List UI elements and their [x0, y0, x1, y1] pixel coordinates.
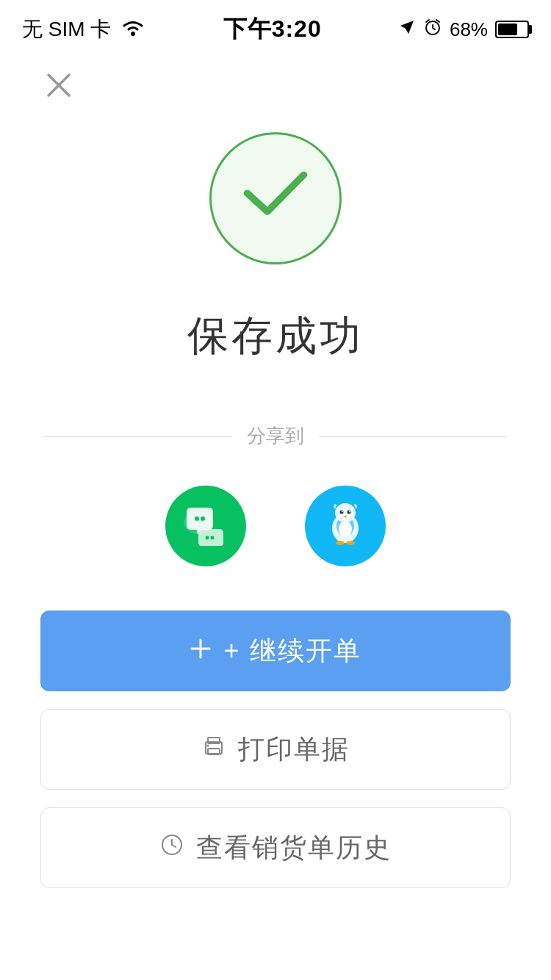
print-icon	[201, 734, 226, 765]
close-button[interactable]	[37, 66, 81, 110]
battery-percent: 68%	[450, 18, 488, 41]
wechat-share-button[interactable]	[165, 486, 246, 566]
share-label: 分享到	[232, 423, 319, 449]
close-icon	[43, 69, 75, 108]
status-left: 无 SIM 卡	[22, 15, 146, 43]
svg-point-8	[211, 536, 215, 540]
status-time: 下午3:20	[223, 13, 322, 46]
svg-point-5	[195, 516, 199, 521]
share-divider: 分享到	[0, 423, 551, 449]
continue-button[interactable]: + 继续开单	[40, 610, 511, 691]
print-button[interactable]: 打印单据	[40, 709, 511, 790]
wifi-icon	[120, 17, 146, 43]
svg-point-13	[340, 511, 344, 514]
svg-point-7	[206, 536, 209, 540]
share-section: 分享到	[0, 423, 551, 566]
svg-point-11	[339, 521, 352, 537]
history-icon	[159, 832, 184, 864]
svg-point-16	[349, 511, 350, 512]
svg-point-18	[346, 541, 355, 545]
sim-text: 无 SIM 卡	[22, 15, 111, 43]
qq-icon	[325, 502, 366, 550]
svg-point-15	[342, 511, 343, 512]
svg-point-6	[201, 516, 205, 521]
status-bar: 无 SIM 卡 下午3:20 68%	[0, 0, 551, 59]
status-right: 68%	[398, 18, 529, 42]
svg-point-0	[131, 32, 135, 36]
svg-point-12	[335, 503, 356, 522]
main-content: 保存成功 分享到	[0, 59, 551, 888]
action-buttons: + 继续开单 打印单据 查看销货单历史	[40, 610, 511, 888]
history-label: 查看销货单历史	[196, 830, 392, 866]
battery-icon	[495, 21, 529, 38]
plus-icon	[190, 635, 212, 666]
svg-point-24	[207, 745, 209, 747]
success-circle	[209, 132, 342, 264]
continue-label: + 继续开单	[223, 633, 361, 669]
checkmark-icon	[240, 164, 312, 233]
wechat-icon	[182, 506, 229, 546]
success-title: 保存成功	[187, 309, 364, 364]
svg-point-14	[347, 511, 351, 514]
qq-share-button[interactable]	[305, 486, 386, 566]
share-icons	[165, 486, 386, 566]
svg-point-17	[336, 541, 345, 545]
location-icon	[398, 18, 416, 41]
history-button[interactable]: 查看销货单历史	[40, 807, 511, 888]
print-label: 打印单据	[238, 732, 350, 768]
alarm-icon	[423, 18, 442, 42]
